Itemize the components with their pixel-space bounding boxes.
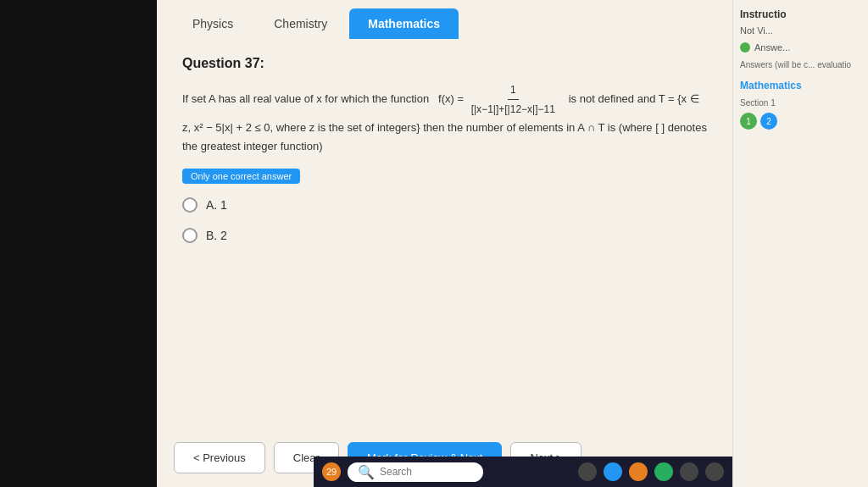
right-sidebar: Instructio Not Vi... Answe... Answers (w… — [732, 0, 868, 487]
taskbar-icon-3[interactable] — [629, 462, 648, 481]
option-b[interactable]: B. 2 — [182, 228, 707, 243]
instruction-label: Instructio — [740, 8, 861, 20]
function-label: f(x) = — [438, 92, 464, 105]
search-bar[interactable]: 🔍 — [348, 462, 483, 482]
section-label: Section 1 — [740, 98, 861, 108]
number-grid: 1 2 — [740, 113, 861, 130]
number-dot-1[interactable]: 1 — [740, 113, 757, 130]
number-dot-2[interactable]: 2 — [760, 113, 777, 130]
radio-b[interactable] — [182, 228, 198, 243]
sidebar-math-label: Mathematics — [740, 80, 861, 91]
answers-note: Answers (will be c... evaluatio — [740, 59, 861, 71]
search-input[interactable] — [380, 466, 465, 478]
fraction-numerator: 1 — [508, 81, 519, 100]
answer-badge: Only one correct answer — [182, 169, 300, 184]
search-icon: 🔍 — [358, 464, 375, 480]
math-fraction: 1 [|x−1|]+[|12−x|]−11 — [469, 81, 558, 119]
question-body: If set A has all real value of x for whi… — [182, 81, 707, 156]
tabs-bar: Physics Chemistry Mathematics — [157, 0, 732, 39]
taskbar: 29 🔍 — [314, 457, 732, 487]
options-list: A. 1 B. 2 — [182, 197, 707, 243]
tab-chemistry[interactable]: Chemistry — [255, 8, 346, 39]
option-b-label: B. 2 — [206, 229, 227, 242]
answered-label: Answe... — [740, 42, 861, 53]
fraction-denominator: [|x−1|]+[|12−x|]−11 — [469, 100, 558, 118]
tab-mathematics[interactable]: Mathematics — [349, 8, 459, 39]
taskbar-icon-1[interactable] — [578, 462, 597, 481]
radio-a[interactable] — [182, 197, 198, 213]
time-label: 29 — [322, 462, 341, 481]
taskbar-icons-right — [578, 462, 724, 481]
tab-physics[interactable]: Physics — [174, 8, 252, 39]
not-visited-label: Not Vi... — [740, 25, 861, 36]
option-a[interactable]: A. 1 — [182, 197, 707, 213]
previous-button[interactable]: < Previous — [174, 442, 265, 473]
answered-dot — [740, 42, 750, 53]
taskbar-icon-5[interactable] — [680, 462, 698, 481]
left-dark-panel — [0, 0, 157, 487]
option-a-label: A. 1 — [206, 198, 227, 212]
taskbar-icon-2[interactable] — [604, 462, 622, 481]
taskbar-icon-4[interactable] — [654, 462, 673, 481]
question-content: Question 37: If set A has all real value… — [157, 39, 732, 434]
question-title: Question 37: — [182, 56, 707, 71]
taskbar-icon-6[interactable] — [705, 462, 724, 481]
question-body-prefix: If set A has all real value of x for whi… — [182, 92, 429, 105]
main-content-area: Physics Chemistry Mathematics Question 3… — [157, 0, 732, 487]
